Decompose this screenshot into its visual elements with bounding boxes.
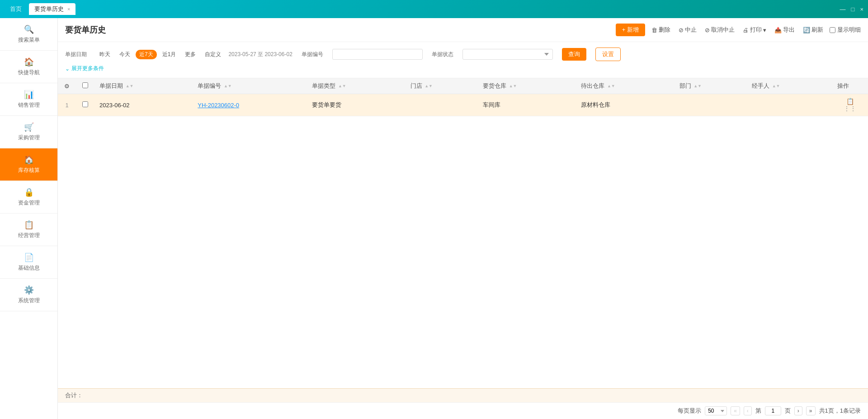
new-button[interactable]: + 新增 — [616, 24, 645, 36]
row-checkbox[interactable] — [82, 101, 88, 107]
expand-more-icon: ⌄ — [65, 66, 70, 72]
prev-page-button[interactable]: ‹ — [744, 406, 752, 415]
page-size-select[interactable]: 50 100 200 — [705, 406, 727, 415]
sidebar-item-basic[interactable]: 📄 基础信息 — [0, 246, 57, 279]
sales-icon: 📊 — [24, 90, 34, 100]
col-bill-type: 单据类型 ▲▼ — [307, 78, 405, 94]
date-range-display: 2023-05-27 至 2023-06-02 — [228, 51, 292, 58]
cell-handler — [746, 94, 832, 116]
cell-checkbox[interactable] — [76, 94, 94, 116]
print-dropdown-icon: ▾ — [763, 27, 766, 33]
search-menu-icon: 🔍 — [24, 24, 34, 34]
display-detail-input[interactable] — [830, 27, 835, 33]
next-page-button[interactable]: › — [794, 406, 802, 415]
stop-button[interactable]: ⊘ 中止 — [677, 25, 698, 35]
export-icon: 📤 — [774, 27, 782, 33]
window-controls: — □ × — [840, 6, 863, 13]
content-area: 要货单历史 + 新增 🗑 删除 ⊘ 中止 ⊘ 取消中止 🖨 打印 — [58, 18, 868, 419]
sidebar-item-purchase[interactable]: 🛒 采购管理 — [0, 116, 57, 148]
date-btn-today[interactable]: 今天 — [116, 50, 134, 59]
delete-button[interactable]: 🗑 删除 — [650, 25, 672, 35]
sidebar-item-search[interactable]: 🔍 搜索菜单 — [0, 18, 57, 51]
date-btn-7days[interactable]: 近7天 — [136, 50, 157, 59]
main-layout: 🔍 搜索菜单 🏠 快捷导航 📊 销售管理 🛒 采购管理 🏠 库存核算 🔒 资金管… — [0, 18, 868, 419]
display-detail-checkbox[interactable]: 显示明细 — [830, 26, 861, 34]
refresh-button[interactable]: 🔄 刷新 — [801, 25, 825, 35]
col-date-sort[interactable]: ▲▼ — [126, 84, 134, 88]
col-bill-no: 单据编号 ▲▼ — [192, 78, 307, 94]
sidebar-item-system[interactable]: ⚙️ 系统管理 — [0, 279, 57, 311]
system-icon: ⚙️ — [24, 285, 34, 295]
bill-no-input[interactable] — [332, 49, 423, 60]
page-title: 要货单历史 — [65, 24, 616, 35]
cancel-stop-button[interactable]: ⊘ 取消中止 — [703, 25, 736, 35]
cell-num: 1 — [58, 94, 76, 116]
print-button[interactable]: 🖨 打印 ▾ — [741, 25, 768, 35]
close-window-icon[interactable]: × — [860, 6, 863, 13]
tab-close-icon[interactable]: × — [67, 6, 70, 12]
maximize-icon[interactable]: □ — [851, 6, 855, 13]
sidebar-item-sales[interactable]: 📊 销售管理 — [0, 83, 57, 116]
page-summary: 共1页，1条记录 — [819, 407, 861, 415]
delete-icon: 🗑 — [651, 27, 657, 33]
first-page-button[interactable]: « — [731, 406, 740, 415]
row-more-icon[interactable]: ⋮⋮ — [844, 105, 856, 112]
top-bar: 首页 要货单历史 × — □ × — [0, 0, 868, 18]
date-filter-label: 单据日期 — [65, 51, 87, 58]
export-button[interactable]: 📤 导出 — [773, 25, 797, 35]
select-all-checkbox[interactable] — [82, 82, 88, 88]
page-header: 要货单历史 + 新增 🗑 删除 ⊘ 中止 ⊘ 取消中止 🖨 打印 — [58, 18, 868, 42]
col-pending-warehouse-sort[interactable]: ▲▼ — [607, 84, 615, 88]
query-button[interactable]: 查询 — [562, 48, 586, 61]
expand-more-button[interactable]: ⌄ 展开更多条件 — [65, 65, 861, 72]
bill-status-select[interactable] — [462, 49, 553, 60]
col-bill-type-sort[interactable]: ▲▼ — [338, 84, 346, 88]
col-store: 门店 ▲▼ — [405, 78, 477, 94]
cell-bill-no[interactable]: YH-20230602-0 — [192, 94, 307, 116]
bill-no-label: 单据编号 — [302, 51, 323, 58]
col-handler-sort[interactable]: ▲▼ — [772, 84, 780, 88]
toolbar: + 新增 🗑 删除 ⊘ 中止 ⊘ 取消中止 🖨 打印 ▾ — [616, 24, 861, 36]
table-header-row: ⚙ 单据日期 ▲▼ 单据编号 ▲▼ 单据类型 — [58, 78, 868, 94]
col-action: 操作 — [832, 78, 868, 94]
quick-nav-icon: 🏠 — [24, 57, 34, 67]
sidebar-item-finance[interactable]: 🔒 资金管理 — [0, 181, 57, 214]
operation-icon: 📋 — [24, 220, 34, 230]
sidebar-item-operation[interactable]: 📋 经营管理 — [0, 214, 57, 246]
col-req-warehouse-sort[interactable]: ▲▼ — [509, 84, 517, 88]
settings-button[interactable]: 设置 — [595, 48, 621, 61]
col-settings[interactable]: ⚙ — [58, 78, 76, 94]
tab-active[interactable]: 要货单历史 × — [29, 3, 75, 15]
sidebar-item-quicknav[interactable]: 🏠 快捷导航 — [0, 51, 57, 83]
filter-row-1: 单据日期 昨天 今天 近7天 近1月 更多 自定义 2023-05-27 至 2… — [65, 48, 861, 61]
col-store-sort[interactable]: ▲▼ — [425, 84, 433, 88]
col-department: 部门 ▲▼ — [674, 78, 746, 94]
date-btn-1month[interactable]: 近1月 — [159, 50, 180, 59]
finance-icon: 🔒 — [24, 187, 34, 197]
date-btn-yesterday[interactable]: 昨天 — [96, 50, 114, 59]
print-icon: 🖨 — [743, 27, 749, 33]
col-checkbox[interactable] — [76, 78, 94, 94]
data-table: ⚙ 单据日期 ▲▼ 单据编号 ▲▼ 单据类型 — [58, 78, 868, 116]
row-edit-icon[interactable]: 📋 — [846, 98, 854, 105]
table-row: 1 2023-06-02 YH-20230602-0 要货单要货 车间库 原材料… — [58, 94, 868, 116]
date-btn-more[interactable]: 更多 — [181, 50, 199, 59]
inventory-icon: 🏠 — [24, 155, 34, 165]
col-department-sort[interactable]: ▲▼ — [693, 84, 702, 88]
page-number-input[interactable] — [765, 406, 781, 415]
cell-pending-warehouse: 原材料仓库 — [576, 94, 674, 116]
cell-date: 2023-06-02 — [94, 94, 192, 116]
tab-home[interactable]: 首页 — [5, 3, 27, 15]
col-bill-no-sort[interactable]: ▲▼ — [224, 84, 232, 88]
purchase-icon: 🛒 — [24, 122, 34, 132]
sum-label: 合计： — [65, 392, 83, 399]
minimize-icon[interactable]: — — [840, 6, 846, 13]
date-btn-custom[interactable]: 自定义 — [201, 50, 225, 59]
table-body: 1 2023-06-02 YH-20230602-0 要货单要货 车间库 原材料… — [58, 94, 868, 116]
refresh-icon: 🔄 — [803, 27, 810, 33]
last-page-button[interactable]: » — [806, 406, 816, 415]
page-label: 第 — [755, 407, 761, 415]
col-handler: 经手人 ▲▼ — [746, 78, 832, 94]
bill-no-link[interactable]: YH-20230602-0 — [198, 102, 239, 109]
sidebar-item-inventory[interactable]: 🏠 库存核算 — [0, 148, 57, 181]
